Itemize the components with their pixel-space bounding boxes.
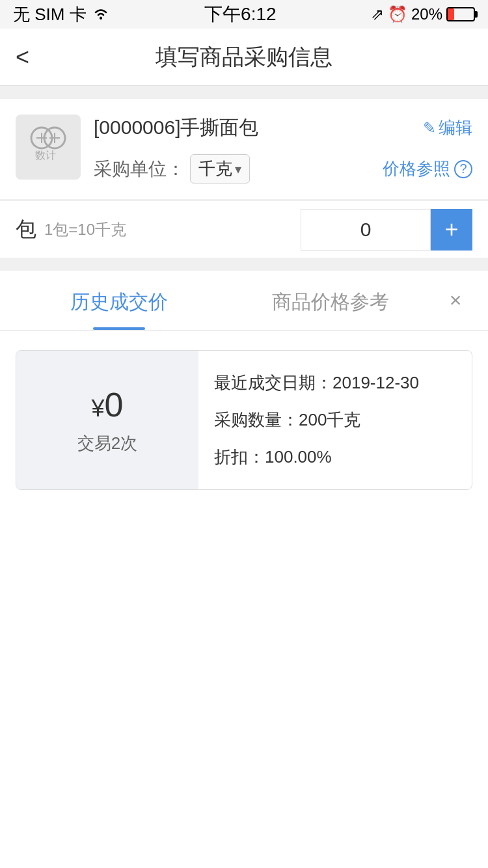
price-card-container: ¥0 交易2次 最近成交日期：2019-12-30 采购数量：200千克 折扣：… [0,331,488,509]
page-title: 填写商品采购信息 [156,42,332,72]
product-unit-row: 采购单位： 千克 ▾ 价格参照 ? [94,154,472,183]
tabs-section: 历史成交价 商品价格参考 × ¥0 交易2次 最近成交日期：2019-12-30… [0,271,488,509]
price-transactions: 交易2次 [77,432,137,455]
price-number: 0 [105,386,124,424]
status-right: ⇗ ⏰ 20% [371,5,475,23]
tabs-close-button[interactable]: × [436,281,475,320]
unit-select[interactable]: 千克 ▾ [190,154,250,183]
unit-value: 千克 [198,157,232,180]
price-amount: ¥0 [92,385,124,424]
product-name: [0000006]手撕面包 [94,115,258,141]
svg-point-0 [100,17,102,20]
unit-label: 采购单位： [94,157,185,182]
pkg-conversion: 1包=10千克 [44,219,126,240]
edit-label: 编辑 [439,116,472,139]
price-detail-date: 最近成交日期：2019-12-30 [214,370,456,396]
alarm-icon: ⏰ [388,5,407,23]
quantity-label-group: 包 1包=10千克 [16,215,126,244]
price-ref-info-icon: ? [454,160,472,178]
price-left-panel: ¥0 交易2次 [16,351,198,489]
product-header: [0000006]手撕面包 ✎ 编辑 [94,115,472,141]
pkg-label: 包 [16,215,36,244]
close-icon: × [450,288,462,312]
price-detail-quantity: 采购数量：200千克 [214,407,456,433]
currency-symbol: ¥ [92,395,105,422]
quantity-controls: + [301,209,472,251]
product-section: 数计 [0000006]手撕面包 ✎ 编辑 采购单位： 千克 ▾ 价格参照 [0,99,488,199]
product-image: 数计 [16,115,81,180]
price-ref-button[interactable]: 价格参照 ? [383,157,472,180]
tab-product-price-ref[interactable]: 商品价格参考 [224,271,436,330]
product-info: [0000006]手撕面包 ✎ 编辑 采购单位： 千克 ▾ 价格参照 ? [94,115,472,183]
tab-history-price[interactable]: 历史成交价 [13,271,224,330]
price-card: ¥0 交易2次 最近成交日期：2019-12-30 采购数量：200千克 折扣：… [16,350,472,490]
bottom-space [0,509,488,868]
status-time: 下午6:12 [204,2,277,27]
signal-text: 无 SIM 卡 [13,3,87,26]
nav-bar: < 填写商品采购信息 [0,29,488,86]
wifi-icon [92,5,110,25]
quantity-input[interactable] [301,209,431,251]
status-left: 无 SIM 卡 [13,3,110,26]
quantity-plus-button[interactable]: + [431,209,472,251]
product-logo-icon: 数计 [29,125,68,169]
price-ref-label: 价格参照 [383,157,450,180]
status-bar: 无 SIM 卡 下午6:12 ⇗ ⏰ 20% [0,0,488,29]
tabs-header: 历史成交价 商品价格参考 × [0,271,488,331]
battery-icon [446,7,475,21]
battery-percent: 20% [411,5,442,23]
back-button[interactable]: < [16,44,29,71]
plus-icon: + [444,216,458,243]
unit-dropdown-icon: ▾ [235,161,241,177]
price-right-panel: 最近成交日期：2019-12-30 采购数量：200千克 折扣：100.00% [198,351,472,489]
quantity-section: 包 1包=10千克 + [0,200,488,258]
price-detail-discount: 折扣：100.00% [214,444,456,470]
edit-button[interactable]: ✎ 编辑 [423,116,472,139]
edit-icon: ✎ [423,119,436,137]
location-icon: ⇗ [371,5,384,23]
svg-text:数计: 数计 [35,150,56,161]
